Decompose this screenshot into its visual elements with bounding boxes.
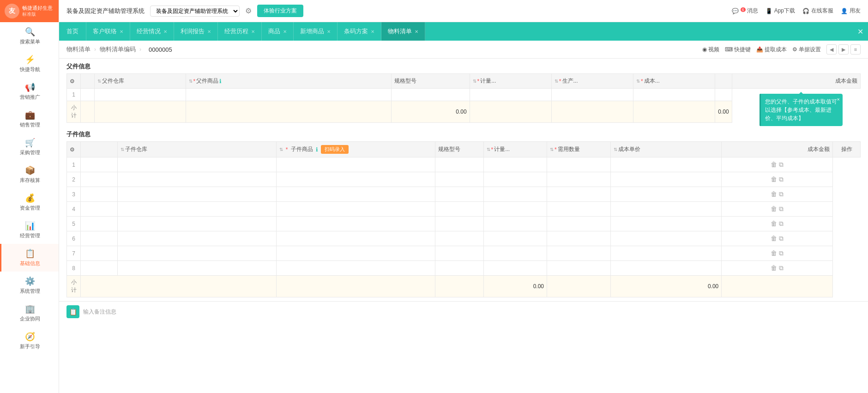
child-cell-product[interactable] — [118, 246, 277, 261]
child-cell-product[interactable] — [118, 261, 277, 276]
tab-biz-history-close[interactable]: ✕ — [251, 29, 255, 34]
copy-icon[interactable]: ⧉ — [779, 235, 784, 242]
sidebar-item-operations[interactable]: 📊 经营管理 — [0, 216, 59, 244]
child-cell-unit[interactable] — [435, 217, 483, 231]
app-download-btn[interactable]: 📱 App下载 — [766, 7, 795, 15]
tab-products[interactable]: 商品 ✕ — [262, 22, 294, 41]
child-cell-qty[interactable] — [483, 217, 547, 231]
child-cell-unit[interactable] — [435, 187, 483, 202]
user-btn[interactable]: 👤 用友 — [841, 7, 861, 15]
delete-icon[interactable]: 🗑 — [771, 190, 777, 198]
child-cell-qty[interactable] — [483, 246, 547, 261]
settings-button[interactable]: ⚙ — [245, 6, 252, 15]
child-settings-icon[interactable]: ⚙ — [70, 146, 75, 153]
system-select[interactable]: 装备及固定资产辅助管理系统 — [150, 6, 240, 17]
experience-button[interactable]: 体验行业方案 — [257, 5, 303, 17]
delete-icon[interactable]: 🗑 — [771, 161, 777, 169]
child-cell-product[interactable] — [118, 172, 277, 187]
child-cell-qty[interactable] — [483, 157, 547, 172]
tab-new-products-close[interactable]: ✕ — [327, 29, 331, 34]
child-cell-spec[interactable] — [276, 172, 435, 187]
child-cell-product[interactable] — [118, 157, 277, 172]
product-info-icon[interactable]: ℹ — [219, 78, 222, 85]
child-cell-spec[interactable] — [276, 187, 435, 202]
copy-icon[interactable]: ⧉ — [779, 220, 784, 228]
child-cell-spec[interactable] — [276, 246, 435, 261]
delete-icon[interactable]: 🗑 — [771, 264, 777, 272]
parent-cell-spec[interactable] — [186, 89, 391, 101]
tab-bom[interactable]: 物料清单 ✕ — [381, 22, 425, 41]
sidebar-item-quick-nav[interactable]: ⚡ 快捷导航 — [0, 50, 59, 78]
settings-icon[interactable]: ⚙ — [70, 78, 75, 85]
child-cell-spec[interactable] — [276, 202, 435, 217]
parent-cell-production[interactable] — [470, 89, 551, 101]
view-action[interactable]: ◉ 视频 — [702, 46, 719, 54]
tab-products-close[interactable]: ✕ — [283, 29, 287, 34]
child-cell-spec[interactable] — [276, 261, 435, 276]
child-cell-warehouse[interactable] — [81, 246, 118, 261]
copy-icon[interactable]: ⧉ — [779, 264, 784, 272]
child-cell-product[interactable] — [118, 231, 277, 246]
tab-close-all[interactable]: ✕ — [853, 27, 868, 36]
tooltip-close-btn[interactable]: × — [837, 96, 840, 103]
child-cell-unit-cost[interactable] — [547, 261, 611, 276]
parent-cell-cost[interactable] — [551, 89, 633, 101]
tab-operations-close[interactable]: ✕ — [163, 29, 167, 34]
child-cell-unit-cost[interactable] — [547, 187, 611, 202]
copy-icon[interactable]: ⧉ — [779, 161, 784, 169]
child-cell-product[interactable] — [118, 202, 277, 217]
child-cell-qty[interactable] — [483, 202, 547, 217]
child-cell-warehouse[interactable] — [81, 187, 118, 202]
child-cell-unit-cost[interactable] — [547, 202, 611, 217]
child-cell-warehouse[interactable] — [81, 202, 118, 217]
child-cell-unit-cost[interactable] — [547, 157, 611, 172]
parent-cell-unit[interactable] — [391, 89, 470, 101]
child-cell-unit-cost[interactable] — [547, 231, 611, 246]
child-cell-warehouse[interactable] — [81, 261, 118, 276]
sidebar-item-marketing[interactable]: 📢 营销推广 — [0, 78, 59, 105]
child-cell-unit-cost[interactable] — [547, 246, 611, 261]
child-cell-qty[interactable] — [483, 231, 547, 246]
prev-arrow[interactable]: ◀ — [826, 44, 837, 54]
tab-customers[interactable]: 客户联络 ✕ — [86, 22, 130, 41]
sidebar-item-purchase[interactable]: 🛒 采购管理 — [0, 133, 59, 161]
breadcrumb-bom-code[interactable]: 物料清单编码 — [100, 45, 136, 54]
sidebar-item-sales[interactable]: 💼 销售管理 — [0, 105, 59, 133]
child-cell-qty[interactable] — [483, 172, 547, 187]
child-cell-product[interactable] — [118, 187, 277, 202]
shortcuts-action[interactable]: ⌨ 快捷键 — [725, 46, 751, 54]
delete-icon[interactable]: 🗑 — [771, 175, 777, 183]
child-cell-unit[interactable] — [435, 172, 483, 187]
copy-icon[interactable]: ⧉ — [779, 175, 784, 183]
next-arrow[interactable]: ▶ — [838, 44, 849, 54]
child-cell-unit[interactable] — [435, 246, 483, 261]
extract-cost-action[interactable]: 📤 提取成本 — [756, 46, 787, 54]
breadcrumb-bom[interactable]: 物料清单 — [66, 45, 90, 54]
tab-bom-close[interactable]: ✕ — [415, 29, 418, 34]
list-view-arrow[interactable]: ≡ — [850, 44, 861, 54]
tab-profit-close[interactable]: ✕ — [207, 29, 211, 34]
child-cell-warehouse[interactable] — [81, 172, 118, 187]
delete-icon[interactable]: 🗑 — [771, 249, 777, 257]
sidebar-item-guide[interactable]: 🧭 新手引导 — [0, 327, 59, 355]
sidebar-item-search[interactable]: 🔍 搜索菜单 — [0, 22, 59, 50]
child-cell-unit[interactable] — [435, 231, 483, 246]
sidebar-item-finance[interactable]: 💰 资金管理 — [0, 188, 59, 216]
tab-home[interactable]: 首页 — [59, 22, 86, 41]
tab-biz-history[interactable]: 经营历程 ✕ — [218, 22, 262, 41]
tab-barcode[interactable]: 条码方案 ✕ — [338, 22, 381, 41]
parent-cell-warehouse[interactable] — [81, 89, 95, 101]
copy-icon[interactable]: ⧉ — [779, 249, 784, 257]
copy-icon[interactable]: ⧉ — [779, 205, 784, 213]
message-btn[interactable]: 💬 6 消息 — [732, 7, 758, 15]
tab-customers-close[interactable]: ✕ — [120, 29, 123, 34]
child-cell-unit-cost[interactable] — [547, 172, 611, 187]
tab-new-products[interactable]: 新增商品 ✕ — [294, 22, 338, 41]
child-cell-warehouse[interactable] — [81, 217, 118, 231]
sidebar-item-system[interactable]: ⚙️ 系统管理 — [0, 272, 59, 299]
delete-icon[interactable]: 🗑 — [771, 220, 777, 228]
sidebar-item-enterprise[interactable]: 🏢 企业协同 — [0, 299, 59, 327]
online-service-btn[interactable]: 🎧 在线客服 — [802, 7, 833, 15]
tab-operations[interactable]: 经营情况 ✕ — [130, 22, 174, 41]
delete-icon[interactable]: 🗑 — [771, 205, 777, 213]
